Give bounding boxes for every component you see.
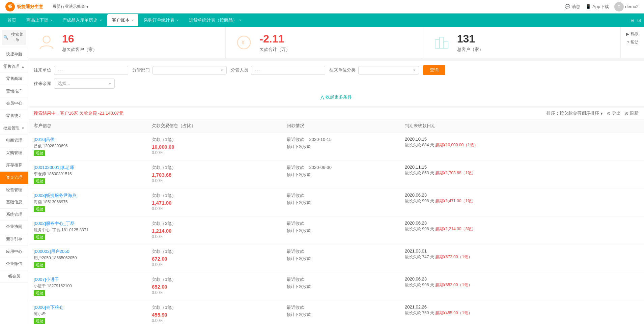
from-unit-input[interactable]: ··· [54,66,128,75]
tab-customer[interactable]: 客户账本 × [107,14,138,26]
help-btn[interactable]: ? 帮助 [627,39,639,45]
debt-percent-5: 0.00% [152,262,287,267]
customer-detail-7: 陈小希 [34,311,152,317]
user-profile[interactable]: D demo2 [614,2,639,11]
tab-purchase-close[interactable]: × [176,18,178,22]
tab-stock-close[interactable]: × [239,18,241,22]
stat-actions: ▶ 视频 ? 帮助 [621,27,644,58]
recent-label-5: 最近收款 [287,248,405,255]
customer-name-1[interactable]: [0016]吕俊 [34,137,152,143]
customer-name-2[interactable]: [0001020001]李老师 [34,165,152,171]
dept-select[interactable]: ▾ [152,66,227,75]
overdue-link-5[interactable]: 超期¥672.00（1笔） [435,255,472,259]
sidebar-item-inventory[interactable]: 库存核算 [0,159,28,172]
app-center-label: 应用中心 [2,249,26,255]
overdue-link-7[interactable]: 超期¥455.90（1笔） [435,311,472,315]
top-bar-left: 畅 畅捷通好生意 母婴行业演示账套 ▾ [5,2,88,11]
debt-amount-7: 455.90 [152,312,287,318]
customer-info-4: [0002]服务中心_丁磊 服务中心_丁磊 181 0125 8371 现销 [34,220,152,240]
tab-products[interactable]: 商品上下架 × [22,14,57,26]
sort-select[interactable]: 排序：按欠款金额倒序排序 ▾ [547,110,603,116]
due-date-2: 2020.11.15 最长欠款 853 天 超期¥1,703.68（1笔） [405,165,639,176]
sidebar-item-retail-store[interactable]: 零售商城 [0,73,28,85]
tab-products-label: 商品上下架 [26,17,48,23]
sidebar-item-wechat[interactable]: 企业微信 [0,258,28,270]
debt-percent-2: 0.00% [152,178,287,183]
tab-home[interactable]: 首页 [3,14,21,26]
sidebar-item-vip[interactable]: 畅会员 [0,270,28,283]
overdue-link-4[interactable]: 超期¥1,214.00（3笔） [435,227,476,231]
stat-label-2: 欠款合计（万） [259,47,415,53]
overdue-link-2[interactable]: 超期¥1,703.68（1笔） [435,171,476,175]
export-icon: ⊙ [607,111,611,116]
export-btn[interactable]: ⊙ 导出 [607,110,621,116]
customer-detail-2: 李老师 18600391516 [34,171,152,177]
category-label: 往来单位分类 [329,67,356,73]
refresh-btn[interactable]: ⊙ 刷新 [625,110,639,116]
customer-name-6[interactable]: [0007]小进干 [34,276,152,283]
search-menu-btn[interactable]: 🔍 搜索菜单 [2,30,26,45]
balance-select[interactable]: 选择... ▾ [54,79,115,89]
video-btn[interactable]: ▶ 视频 [626,31,639,37]
overdue-link-6[interactable]: 超期¥652.00（1笔） [435,283,472,287]
tab-production-close[interactable]: × [100,18,102,22]
sidebar-item-batch-mgmt[interactable]: 批发管理 ▼ [0,122,28,135]
retail-store-label: 零售商城 [2,76,26,82]
sidebar-item-ops[interactable]: 经营管理 [0,184,28,197]
next-label-4: 预计下次收款 [287,228,405,234]
sidebar-item-purchase-mgmt[interactable]: 采购管理 [0,147,28,159]
filter-balance: 往来余额 选择... ▾ [34,79,115,89]
sidebar-item-ecom[interactable]: 电商管理 [0,135,28,147]
customer-info-7: [0006]去下粮仓 陈小希 现销 [34,304,152,324]
recent-label-6: 最近收款 [287,276,405,283]
category-select[interactable]: ▾ [358,66,419,75]
sidebar-item-retail-mgmt[interactable]: 零售管理 ▲ [0,61,28,73]
customer-name-4[interactable]: [0002]服务中心_丁磊 [34,220,152,227]
tab-stock[interactable]: 进货单统计表（按商品） × [184,14,246,26]
repayment-6: 最近收款 预计下次收款 [287,276,405,290]
logo-text: 畅捷通好生意 [17,4,43,10]
sidebar-item-system[interactable]: 系统管理 [0,209,28,221]
sidebar-item-marketing[interactable]: 营销推广 [0,85,28,98]
sidebar-item-app-center[interactable]: 应用中心 [0,246,28,258]
customer-tag-2: 现销 [34,178,45,184]
purchase-mgmt-label: 采购管理 [2,150,26,156]
query-btn[interactable]: 查询 [423,65,445,75]
overdue-link-3[interactable]: 超期¥1,471.00（1笔） [435,199,476,203]
sidebar-item-enterprise[interactable]: 企业协同 [0,221,28,233]
base-label: 基础信息 [2,200,26,205]
tab-products-close[interactable]: × [50,18,52,22]
sidebar-item-member[interactable]: 会员中心 [0,97,28,110]
customer-name-5[interactable]: [000002]用户2050 [34,248,152,255]
stat-value-1: 16 [62,33,217,45]
person-input[interactable]: ··· [251,66,325,75]
sidebar-item-capital[interactable]: 资金管理 [0,172,28,184]
customer-name-7[interactable]: [0006]去下粮仓 [34,304,152,311]
maximize-icon[interactable]: ⊡ [637,18,641,23]
debt-percent-3: 0.00% [152,206,287,211]
tab-production[interactable]: 产成品入库单历史 × [58,14,106,26]
collapse-btn[interactable]: ⋀ 收起更多条件 [34,92,639,102]
debt-percent-1: 0.00% [152,150,287,155]
overdue-link-1[interactable]: 超期¥10,000.00（1笔） [435,143,478,147]
sidebar-item-quick-nav[interactable]: 快捷导航 [0,48,28,61]
sidebar-item-guide[interactable]: 新手引导 [0,233,28,246]
ops-label: 经营管理 [2,187,26,193]
debt-info-1: 欠款（1笔） 10,000.00 0.00% [152,137,287,155]
minimize-icon[interactable]: ⊟ [631,18,635,23]
customer-name-3[interactable]: [0003]畅捷服务尹海燕 [34,193,152,199]
overdue-info-6: 最长欠款 998 天 超期¥652.00（1笔） [405,282,639,288]
app-download-btn[interactable]: 📱 App下载 [586,4,609,10]
overdue-info-1: 最长欠款 884 天 超期¥10,000.00（1笔） [405,142,639,148]
store-selector[interactable]: 母婴行业演示账套 ▾ [53,4,88,9]
sidebar-item-retail-stats[interactable]: 零售统计 [0,110,28,122]
top-bar-right: 💬 消息 📱 App下载 D demo2 [565,2,639,11]
table-row: [0003]畅捷服务尹海燕 海燕 18513066976 现销 欠款（1笔） 1… [28,188,644,216]
due-date-3: 2020.06.23 最长欠款 998 天 超期¥1,471.00（1笔） [405,193,639,204]
tab-purchase[interactable]: 采购订单统计表 × [139,14,183,26]
overdue-info-2: 最长欠款 853 天 超期¥1,703.68（1笔） [405,170,639,176]
tab-customer-close[interactable]: × [132,18,134,22]
sidebar-item-base[interactable]: 基础信息 [0,196,28,209]
tab-production-label: 产成品入库单历史 [62,17,97,23]
message-btn[interactable]: 💬 消息 [565,4,580,10]
